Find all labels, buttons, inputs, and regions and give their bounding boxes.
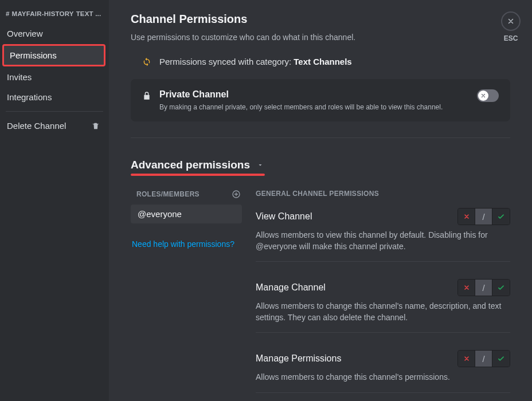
toggle-x-icon <box>480 93 486 99</box>
perm-tristate: / <box>457 279 510 296</box>
sync-row: Permissions synced with category: Text C… <box>131 57 510 66</box>
chevron-down-icon <box>257 162 264 168</box>
nav-overview[interactable]: Overview <box>1 24 105 43</box>
nav-integrations[interactable]: Integrations <box>1 88 105 107</box>
settings-sidebar: # MAYFAIR-HISTORY TEXT ... Overview Perm… <box>0 0 109 401</box>
close-area: ESC <box>501 11 521 42</box>
perm-name: Manage Permissions <box>256 353 341 364</box>
lock-icon <box>142 91 151 101</box>
channel-name: MAYFAIR-HISTORY <box>12 10 74 17</box>
nav-invites[interactable]: Invites <box>1 68 105 87</box>
private-toggle[interactable] <box>477 89 499 102</box>
perm-neutral-button[interactable]: / <box>475 351 492 367</box>
nav-delete-channel[interactable]: Delete Channel <box>1 116 105 135</box>
roles-column: ROLES/MEMBERS @everyone Need help with p… <box>131 190 242 401</box>
add-role-icon[interactable] <box>232 190 241 199</box>
perm-allow-button[interactable] <box>492 351 510 367</box>
perm-deny-button[interactable] <box>458 280 475 296</box>
help-link[interactable]: Need help with permissions? <box>131 239 242 249</box>
perm-neutral-button[interactable]: / <box>475 280 492 296</box>
private-title: Private Channel <box>159 89 443 100</box>
private-desc: By making a channel private, only select… <box>159 103 443 111</box>
sync-prefix: Permissions synced with category: <box>159 57 294 66</box>
perm-deny-button[interactable] <box>458 351 475 367</box>
advanced-underline-highlight <box>131 174 265 176</box>
perm-desc: Allows members to view this channel by d… <box>256 230 510 262</box>
sync-icon <box>142 57 151 66</box>
section-divider <box>131 137 510 138</box>
hash-icon: # <box>6 10 10 17</box>
perm-allow-button[interactable] <box>492 280 510 296</box>
main-panel: ESC Channel Permissions Use permissions … <box>109 0 532 401</box>
delete-channel-label: Delete Channel <box>7 121 66 131</box>
role-everyone[interactable]: @everyone <box>131 205 242 223</box>
toggle-knob <box>478 91 488 101</box>
perm-neutral-button[interactable]: / <box>475 209 492 225</box>
perm-manage-channel: Manage Channel / Allows members to chang… <box>256 279 510 333</box>
perm-manage-permissions: Manage Permissions / Allows members to c… <box>256 350 510 393</box>
close-icon <box>507 17 515 25</box>
close-button[interactable] <box>501 11 521 31</box>
perm-allow-button[interactable] <box>492 209 510 225</box>
sync-text: Permissions synced with category: Text C… <box>159 57 352 66</box>
trash-icon <box>92 122 100 130</box>
private-channel-card: Private Channel By making a channel priv… <box>131 79 510 121</box>
perm-desc: Allows members to change this channel's … <box>256 372 510 393</box>
roles-header: ROLES/MEMBERS <box>136 190 200 198</box>
perm-desc: Allows members to change this channel's … <box>256 301 510 333</box>
page-title: Channel Permissions <box>131 13 510 26</box>
sync-category: Text Channels <box>294 57 351 66</box>
advanced-title: Advanced permissions <box>131 159 250 171</box>
perm-section-header: GENERAL CHANNEL PERMISSIONS <box>256 190 510 198</box>
perm-deny-button[interactable] <box>458 209 475 225</box>
permissions-column: GENERAL CHANNEL PERMISSIONS View Channel… <box>256 190 510 401</box>
esc-label: ESC <box>504 34 518 42</box>
perm-view-channel: View Channel / Allows members to view th… <box>256 208 510 262</box>
channel-suffix: TEXT ... <box>76 10 101 17</box>
perm-name: View Channel <box>256 211 312 222</box>
nav-permissions[interactable]: Permissions <box>2 44 105 66</box>
perm-tristate: / <box>457 350 510 367</box>
perm-tristate: / <box>457 208 510 225</box>
sidebar-divider <box>6 111 103 112</box>
page-subtitle: Use permissions to customize who can do … <box>131 33 510 42</box>
channel-header: # MAYFAIR-HISTORY TEXT ... <box>0 10 109 23</box>
advanced-permissions-header[interactable]: Advanced permissions <box>131 159 510 171</box>
perm-name: Manage Channel <box>256 282 326 293</box>
